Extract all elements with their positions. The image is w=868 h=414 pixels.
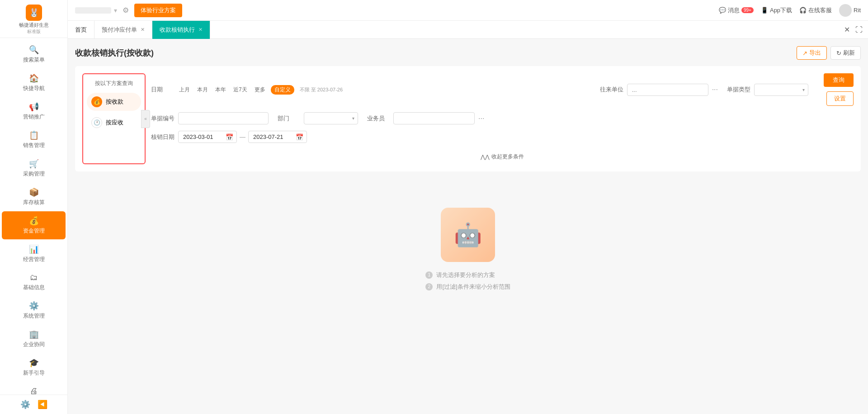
settings-icon[interactable]: ⚙️ [20,400,30,409]
sidebar-item-11[interactable]: 🎓新手引导 [2,353,66,381]
main-area: ▾ ⚙ 体验行业方案 💬 消息 99+ 📱 App下载 🎧 在线客服 Rit [68,0,868,414]
shortcut-last-month[interactable]: 上月 [177,85,192,95]
sidebar-item-4[interactable]: 🛒采购管理 [2,154,66,182]
doc-type-label: 单据类型 [727,86,750,94]
nav-icon-12: 🖨 [30,386,38,395]
dept-select[interactable] [304,112,358,124]
shortcut-more[interactable]: 更多 [253,85,267,95]
tab-verify-label: 收款核销执行 [160,26,195,34]
tab-prepay-label: 预付冲应付单 [102,26,137,34]
dept-label: 部门 [278,114,300,123]
dept-arrow: ▾ [352,116,354,121]
nav-icon-7: 📊 [29,244,39,254]
refresh-icon: ↻ [836,50,841,57]
filter-row-2: 单据编号 部门 ▾ 业务员 ··· [151,112,854,124]
message-item[interactable]: 💬 消息 99+ [719,6,754,14]
nav-icon-2: 📢 [29,102,39,112]
sidebar-item-9[interactable]: ⚙️系统管理 [2,296,66,324]
dept-select-wrap: ▾ [304,112,358,124]
tab-verify[interactable]: 收款核销执行 ✕ [152,21,210,39]
collapse-sidebar-icon[interactable]: ◀️ [38,400,47,409]
shortcut-7days[interactable]: 近7天 [231,85,249,95]
app-download-item[interactable]: 📱 App下载 [761,6,792,14]
sidebar-item-1[interactable]: 🏠快捷导航 [2,69,66,97]
export-button[interactable]: ↗ 导出 [797,46,827,60]
filter-option-by-receivable[interactable]: 🕐 按应收 [87,114,141,132]
sidebar-item-2[interactable]: 📢营销推广 [2,97,66,125]
staff-label: 业务员 [367,114,390,123]
tip-text-2: 用[过滤]条件来缩小分析范围 [436,281,510,293]
sidebar-item-7[interactable]: 📊经营管理 [2,240,66,268]
staff-search-btn[interactable]: ··· [478,114,484,123]
partner-input[interactable] [627,84,708,96]
shortcut-custom[interactable]: 自定义 [271,85,294,95]
tip-1: 1 请先选择要分析的方案 [425,269,510,281]
sidebar-item-12[interactable]: 🖨智能硬件 [2,382,66,395]
verify-end-calendar-icon[interactable]: 📅 [296,133,303,141]
shortcut-this-year[interactable]: 本年 [213,85,228,95]
user-info[interactable]: Rit [839,4,861,17]
date-separator: — [240,133,245,140]
date-field: 日期 上月 本月 本年 近7天 更多 自定义 不限 至 2023-07-26 [151,85,343,95]
nav-label-2: 营销推广 [23,113,45,121]
staff-field: 业务员 ··· [367,112,484,124]
filter-panel: 按以下方案查询 💰 按收款 🕐 按应收 « 日期 [75,66,861,171]
verify-start-calendar-icon[interactable]: 📅 [226,133,233,141]
collapse-filter-btn[interactable]: « [141,110,150,128]
filter-option-by-receipt[interactable]: 💰 按收款 [87,93,141,111]
nav-icon-5: 📦 [29,187,39,197]
online-service-item[interactable]: 🎧 在线客服 [799,6,832,14]
filter-option-receipt-label: 按收款 [106,98,123,106]
sidebar-item-10[interactable]: 🏢企业协同 [2,325,66,353]
mobile-icon: 📱 [761,7,768,14]
tab-verify-close[interactable]: ✕ [198,27,203,33]
collapse-more-label: 收起更多条件 [491,153,524,161]
nav-icon-3: 📋 [29,130,39,140]
empty-tips: 1 请先选择要分析的方案 2 用[过滤]条件来缩小分析范围 [425,269,510,293]
shortcut-this-month[interactable]: 本月 [195,85,210,95]
dropdown-icon[interactable]: ▾ [114,7,117,14]
user-avatar [839,4,852,17]
verify-start-wrap: 📅 [178,131,237,143]
user-name: Rit [854,7,861,14]
page-title: 收款核销执行(按收款) [75,48,154,58]
partner-search-btn[interactable]: ··· [712,86,718,94]
nav-label-11: 新手引导 [23,369,45,377]
solution-button[interactable]: 体验行业方案 [134,4,182,17]
sidebar-item-0[interactable]: 🔍搜索菜单 [2,40,66,68]
refresh-button[interactable]: ↻ 刷新 [830,46,861,60]
sidebar-item-3[interactable]: 📋销售管理 [2,126,66,154]
tab-home-label: 首页 [75,26,87,34]
query-button[interactable]: 查询 [824,73,854,87]
online-service-label: 在线客服 [808,6,832,14]
maximize-icon[interactable]: ⛶ [854,24,864,36]
nav-icon-0: 🔍 [29,45,39,55]
sidebar-item-8[interactable]: 🗂基础信息 [2,268,66,296]
tab-prepay-close[interactable]: ✕ [141,27,145,33]
tab-home[interactable]: 首页 [68,21,94,39]
gear-icon[interactable]: ⚙ [123,6,129,14]
tab-prepay[interactable]: 预付冲应付单 ✕ [94,21,152,39]
nav-icon-10: 🏢 [29,329,39,339]
date-no-limit: 不限 至 2023-07-26 [300,86,343,93]
sidebar-item-5[interactable]: 📦库存核算 [2,183,66,211]
verify-date-range: 📅 — 📅 [178,131,307,143]
staff-input[interactable] [393,112,475,124]
tabs-bar-right: ✕ ⛶ [842,24,868,36]
partner-label: 往来单位 [600,86,623,94]
nav-label-0: 搜索菜单 [23,56,45,64]
receipt-icon: 💰 [91,96,102,107]
topbar-brand: ▾ [75,7,117,14]
nav-label-8: 基础信息 [23,284,45,291]
doc-type-select[interactable] [754,84,808,96]
doc-number-label: 单据编号 [151,114,175,123]
nav-label-9: 系统管理 [23,312,45,320]
sidebar-item-6[interactable]: 💰资金管理 [2,211,66,239]
collapse-more-btn[interactable]: ⋀⋀ 收起更多条件 [151,149,854,164]
filter-row-3: 核销日期 📅 — 📅 [151,131,854,143]
setting-button[interactable]: 设置 [826,91,854,106]
close-tab-icon[interactable]: ✕ [842,24,852,36]
app-edition: 标准版 [27,29,41,35]
doc-number-input[interactable] [178,112,269,124]
topbar: ▾ ⚙ 体验行业方案 💬 消息 99+ 📱 App下载 🎧 在线客服 Rit [68,0,868,21]
